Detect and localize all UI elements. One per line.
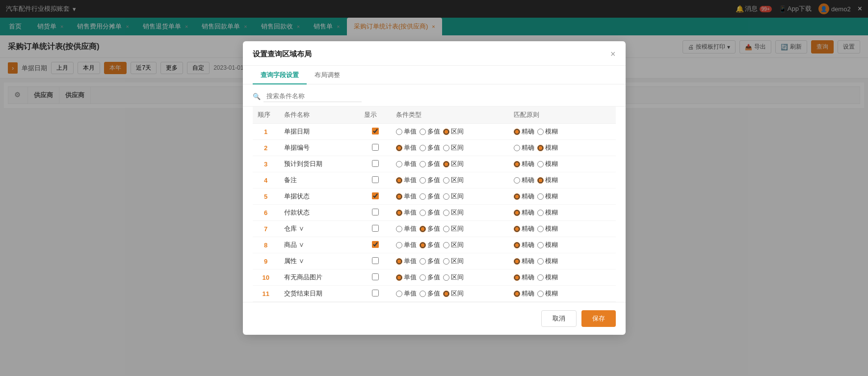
type-radio[interactable] xyxy=(420,226,426,232)
type-radio-item[interactable]: 多值 xyxy=(420,127,440,136)
modal-overlay[interactable]: 设置查询区域布局 × 查询字段设置 布局调整 🔍 顺序 条件名称 xyxy=(0,0,868,376)
type-radio[interactable] xyxy=(396,226,402,232)
rule-radio-item[interactable]: 精确 xyxy=(514,127,534,136)
rule-radio[interactable] xyxy=(537,242,544,248)
type-radio[interactable] xyxy=(396,129,402,135)
save-button[interactable]: 保存 xyxy=(581,310,616,327)
rule-radio-item[interactable]: 模糊 xyxy=(537,160,558,168)
type-radio-item[interactable]: 单值 xyxy=(396,192,417,201)
type-radio[interactable] xyxy=(443,193,449,200)
type-radio-item[interactable]: 单值 xyxy=(396,160,417,168)
type-radio[interactable] xyxy=(396,145,402,151)
type-radio-item[interactable]: 单值 xyxy=(396,176,417,185)
rule-radio-item[interactable]: 精确 xyxy=(514,176,534,185)
rule-radio-item[interactable]: 精确 xyxy=(514,241,534,249)
display-checkbox[interactable] xyxy=(372,257,379,264)
rule-radio[interactable] xyxy=(514,274,520,281)
display-checkbox[interactable] xyxy=(372,209,379,215)
type-radio-item[interactable]: 多值 xyxy=(420,289,440,298)
rule-radio[interactable] xyxy=(537,161,544,167)
display-checkbox[interactable] xyxy=(372,241,379,248)
type-radio[interactable] xyxy=(420,210,426,216)
rule-radio-item[interactable]: 模糊 xyxy=(537,257,558,266)
type-radio[interactable] xyxy=(443,210,449,216)
type-radio-item[interactable]: 多值 xyxy=(420,143,440,152)
rule-radio-item[interactable]: 模糊 xyxy=(537,192,558,201)
type-radio[interactable] xyxy=(443,258,449,265)
type-radio-item[interactable]: 多值 xyxy=(420,224,440,233)
type-radio-item[interactable]: 区间 xyxy=(443,127,464,136)
rule-radio[interactable] xyxy=(537,193,544,200)
rule-radio-item[interactable]: 模糊 xyxy=(537,241,558,249)
rule-radio[interactable] xyxy=(537,177,544,184)
rule-radio-item[interactable]: 模糊 xyxy=(537,176,558,185)
modal-close-button[interactable]: × xyxy=(610,49,616,59)
type-radio[interactable] xyxy=(443,129,449,135)
type-radio[interactable] xyxy=(396,177,402,184)
type-radio[interactable] xyxy=(443,274,449,281)
rule-radio-item[interactable]: 精确 xyxy=(514,257,534,266)
type-radio-item[interactable]: 多值 xyxy=(420,160,440,168)
type-radio[interactable] xyxy=(420,177,426,184)
type-radio[interactable] xyxy=(396,291,402,297)
type-radio[interactable] xyxy=(420,258,426,265)
type-radio[interactable] xyxy=(420,291,426,297)
type-radio-item[interactable]: 单值 xyxy=(396,257,417,266)
rule-radio[interactable] xyxy=(514,258,520,265)
type-radio-item[interactable]: 单值 xyxy=(396,127,417,136)
type-radio[interactable] xyxy=(420,129,426,135)
rule-radio-item[interactable]: 精确 xyxy=(514,192,534,201)
type-radio[interactable] xyxy=(443,242,449,248)
rule-radio-item[interactable]: 模糊 xyxy=(537,208,558,217)
rule-radio[interactable] xyxy=(537,291,544,297)
type-radio-item[interactable]: 区间 xyxy=(443,208,464,217)
type-radio-item[interactable]: 区间 xyxy=(443,160,464,168)
modal-tab-query[interactable]: 查询字段设置 xyxy=(253,66,307,84)
rule-radio[interactable] xyxy=(537,210,544,216)
type-radio-item[interactable]: 区间 xyxy=(443,289,464,298)
display-checkbox[interactable] xyxy=(372,290,379,296)
type-radio-item[interactable]: 区间 xyxy=(443,143,464,152)
rule-radio[interactable] xyxy=(514,226,520,232)
rule-radio-item[interactable]: 模糊 xyxy=(537,289,558,298)
rule-radio[interactable] xyxy=(537,226,544,232)
rule-radio[interactable] xyxy=(514,177,520,184)
type-radio-item[interactable]: 区间 xyxy=(443,241,464,249)
type-radio-item[interactable]: 多值 xyxy=(420,257,440,266)
rule-radio-item[interactable]: 精确 xyxy=(514,208,534,217)
type-radio-item[interactable]: 多值 xyxy=(420,208,440,217)
type-radio[interactable] xyxy=(420,145,426,151)
type-radio-item[interactable]: 单值 xyxy=(396,208,417,217)
rule-radio[interactable] xyxy=(514,291,520,297)
type-radio[interactable] xyxy=(443,177,449,184)
rule-radio[interactable] xyxy=(537,258,544,265)
display-checkbox[interactable] xyxy=(372,192,379,199)
type-radio-item[interactable]: 区间 xyxy=(443,273,464,282)
type-radio[interactable] xyxy=(420,242,426,248)
rule-radio-item[interactable]: 精确 xyxy=(514,160,534,168)
type-radio[interactable] xyxy=(396,161,402,167)
rule-radio[interactable] xyxy=(537,129,544,135)
type-radio-item[interactable]: 区间 xyxy=(443,257,464,266)
type-radio[interactable] xyxy=(420,161,426,167)
rule-radio[interactable] xyxy=(537,145,544,151)
type-radio-item[interactable]: 多值 xyxy=(420,273,440,282)
display-checkbox[interactable] xyxy=(372,225,379,232)
type-radio-item[interactable]: 单值 xyxy=(396,241,417,249)
cancel-button[interactable]: 取消 xyxy=(541,310,577,327)
type-radio-item[interactable]: 多值 xyxy=(420,176,440,185)
rule-radio[interactable] xyxy=(514,129,520,135)
type-radio[interactable] xyxy=(443,145,449,151)
rule-radio[interactable] xyxy=(514,145,520,151)
type-radio[interactable] xyxy=(396,242,402,248)
rule-radio-item[interactable]: 模糊 xyxy=(537,143,558,152)
type-radio[interactable] xyxy=(396,193,402,200)
type-radio-item[interactable]: 单值 xyxy=(396,224,417,233)
rule-radio-item[interactable]: 精确 xyxy=(514,289,534,298)
type-radio[interactable] xyxy=(443,161,449,167)
display-checkbox[interactable] xyxy=(372,128,379,134)
type-radio[interactable] xyxy=(396,210,402,216)
type-radio-item[interactable]: 单值 xyxy=(396,289,417,298)
type-radio-item[interactable]: 单值 xyxy=(396,143,417,152)
type-radio[interactable] xyxy=(443,226,449,232)
